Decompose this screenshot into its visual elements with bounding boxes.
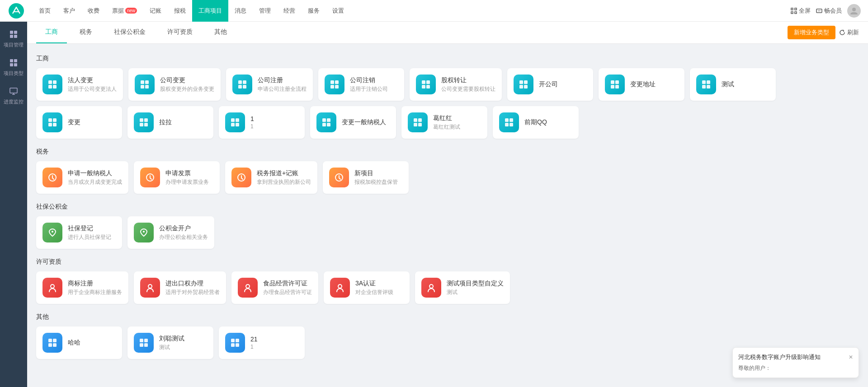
new-type-button[interactable]: 新增业务类型: [788, 26, 835, 39]
nav-settings[interactable]: 设置: [326, 0, 350, 22]
card-icon: [232, 75, 252, 94]
card-other-1[interactable]: 刘聪测试 测试: [127, 326, 213, 359]
avatar[interactable]: [847, 4, 861, 18]
card-gongshang-10[interactable]: 1 1: [219, 106, 305, 139]
svg-rect-61: [231, 123, 235, 126]
svg-rect-63: [322, 118, 326, 122]
card-desc: 股权变更外的业务变更: [160, 85, 214, 93]
svg-rect-55: [140, 118, 143, 122]
nav-messages[interactable]: 消息: [228, 0, 253, 22]
svg-point-80: [143, 231, 145, 233]
svg-rect-15: [14, 63, 17, 66]
nav-tickets[interactable]: 票据 new: [106, 0, 143, 22]
card-shebao-1[interactable]: 公积金开户 办理公积金相关业务: [127, 216, 214, 249]
svg-rect-69: [414, 123, 417, 126]
card-icon: [330, 278, 350, 298]
nav-bookkeeping[interactable]: 记账: [143, 0, 168, 22]
card-text: 1 1: [250, 115, 298, 130]
svg-rect-44: [615, 80, 619, 84]
card-text: 哈哈: [68, 339, 116, 347]
tab-other[interactable]: 其他: [205, 22, 236, 43]
card-gongshang-0[interactable]: 法人变更 适用于公司变更法人: [36, 68, 123, 101]
card-shuiwu-0[interactable]: 申请一般纳税人 当月或次月成变更完成: [36, 161, 128, 194]
tab-actions: 新增业务类型 刷新: [788, 26, 859, 39]
card-gongshang-9[interactable]: 拉拉: [127, 106, 213, 139]
card-other-2[interactable]: 21 1: [219, 326, 305, 359]
card-desc: 当月或次月成变更完成: [68, 178, 122, 186]
svg-point-84: [338, 284, 342, 288]
refresh-button[interactable]: 刷新: [839, 28, 859, 37]
card-icon: [42, 168, 62, 187]
sidebar-item-progress-monitor[interactable]: 进度监控: [1, 82, 26, 109]
nav-service[interactable]: 服务: [302, 0, 326, 22]
svg-rect-86: [48, 339, 52, 342]
svg-point-82: [148, 284, 152, 288]
sidebar-item-project-management[interactable]: 项目管理: [1, 25, 26, 52]
card-gongshang-6[interactable]: 变更地址: [599, 68, 684, 101]
svg-rect-16: [10, 88, 17, 93]
nav-tax[interactable]: 报税: [168, 0, 192, 22]
svg-rect-19: [48, 80, 52, 84]
svg-rect-66: [327, 123, 330, 126]
card-gongshang-12[interactable]: 葛红红 葛红红测试: [401, 106, 487, 139]
tab-xuke[interactable]: 许可资质: [158, 22, 202, 43]
tab-gongshang[interactable]: 工商: [36, 22, 67, 43]
gongshang-cards: 法人变更 适用于公司变更法人 公司变更 股权变更外的业务变更 公司注册 申请公司…: [36, 68, 859, 139]
card-text: 变更地址: [630, 80, 678, 89]
card-desc: 申请公司注册全流程: [258, 85, 307, 93]
card-desc: 对企业信誉评级: [355, 289, 403, 296]
card-other-0[interactable]: 哈哈: [36, 326, 122, 359]
card-text: 拉拉: [159, 118, 207, 126]
card-xuke-4[interactable]: 测试项目类型自定义 测试: [415, 271, 510, 304]
svg-rect-92: [140, 343, 143, 347]
logo[interactable]: [7, 2, 25, 20]
nav-business[interactable]: 工商项目: [192, 0, 228, 22]
card-gongshang-1[interactable]: 公司变更 股权变更外的业务变更: [128, 68, 221, 101]
card-title: 商标注册: [68, 280, 122, 288]
card-gongshang-3[interactable]: 公司注销 适用于注销公司: [318, 68, 404, 101]
card-shuiwu-3[interactable]: 新项目 报税加税控盘保管: [323, 161, 409, 194]
nav-home[interactable]: 首页: [33, 0, 57, 22]
nav-customer[interactable]: 客户: [57, 0, 81, 22]
xuke-cards: 商标注册 用于企业商标注册服务 进出口权办理 适用于对外贸易经营者 食品经营许可…: [36, 271, 859, 304]
tab-shebao[interactable]: 社保公积金: [105, 22, 155, 43]
card-gongshang-11[interactable]: 变更一般纳税人: [310, 106, 396, 139]
notification-close-button[interactable]: ✕: [849, 354, 853, 360]
svg-rect-94: [231, 339, 235, 342]
card-icon: [421, 278, 441, 298]
nav-manage[interactable]: 管理: [253, 0, 277, 22]
card-xuke-3[interactable]: 3A认证 对企业信誉评级: [324, 271, 410, 304]
nav-billing[interactable]: 收费: [81, 0, 106, 22]
new-badge: new: [125, 8, 137, 14]
card-shuiwu-1[interactable]: 申请发票 办理申请发票业务: [134, 161, 220, 194]
card-desc: 办理申请发票业务: [165, 178, 213, 186]
card-xuke-2[interactable]: 食品经营许可证 办理食品经营许可证: [231, 271, 318, 304]
card-xuke-1[interactable]: 进出口权办理 适用于对外贸易经营者: [134, 271, 226, 304]
fullscreen-button[interactable]: 全屏: [791, 7, 811, 15]
card-shebao-0[interactable]: 社保登记 进行人员社保登记: [36, 216, 122, 249]
member-button[interactable]: 畅会员: [816, 7, 842, 15]
card-xuke-0[interactable]: 商标注册 用于企业商标注册服务: [36, 271, 128, 304]
card-shuiwu-2[interactable]: 税务报道+记账 拿到营业执照的新公司: [225, 161, 317, 194]
sidebar-item-project-types[interactable]: 项目类型: [1, 54, 26, 80]
card-title: 股权转让: [441, 76, 495, 84]
svg-rect-70: [418, 123, 422, 126]
card-gongshang-2[interactable]: 公司注册 申请公司注册全流程: [226, 68, 313, 101]
svg-rect-25: [141, 85, 144, 89]
card-gongshang-7[interactable]: 测试: [690, 68, 776, 101]
tab-shuiwu[interactable]: 税务: [71, 22, 101, 43]
card-icon: [42, 333, 62, 353]
svg-rect-96: [231, 343, 235, 347]
card-gongshang-4[interactable]: 股权转让 公司变更需要股权转让: [410, 68, 502, 101]
svg-rect-62: [236, 123, 239, 126]
card-text: 测试: [722, 80, 769, 89]
card-text: 申请一般纳税人 当月或次月成变更完成: [68, 169, 122, 186]
card-gongshang-5[interactable]: 开公司: [507, 68, 593, 101]
nav-operation[interactable]: 经营: [277, 0, 302, 22]
main-layout: 项目管理 项目类型 进度监控: [0, 22, 868, 387]
card-desc: 用于企业商标注册服务: [68, 289, 122, 296]
card-gongshang-8[interactable]: 变更: [36, 106, 122, 139]
svg-rect-33: [330, 85, 334, 89]
notification-title: 河北税务数字账户升级影响通知: [738, 353, 821, 361]
card-gongshang-13[interactable]: 前期QQ: [493, 106, 579, 139]
